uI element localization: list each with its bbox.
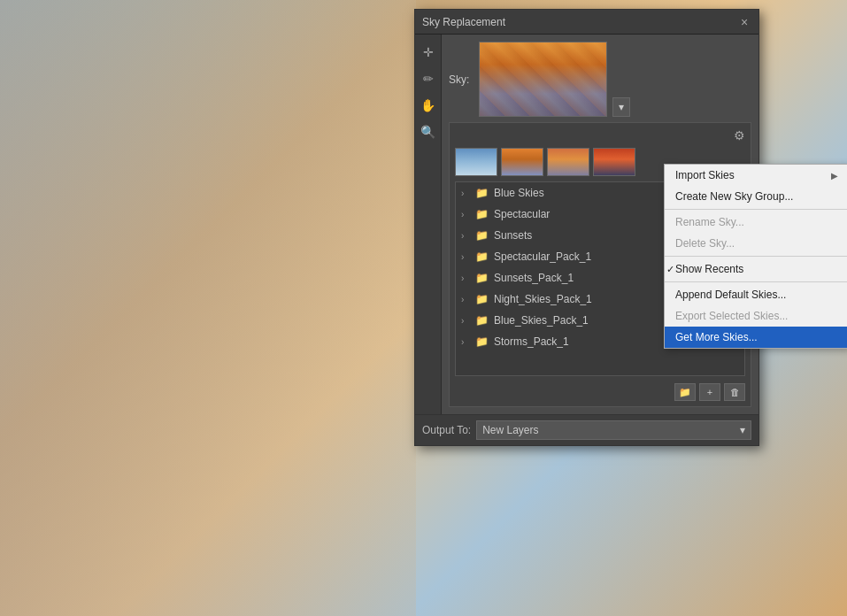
dialog-close-button[interactable]: × bbox=[737, 15, 751, 29]
group-label: Spectacular bbox=[494, 208, 550, 220]
import-skies-arrow: ▶ bbox=[831, 171, 838, 181]
folder-icon: 📁 bbox=[475, 335, 489, 348]
show-recents-label: Show Recents bbox=[675, 263, 743, 275]
export-skies-label: Export Selected Skies... bbox=[675, 310, 788, 322]
output-dropdown-arrow: ▾ bbox=[740, 424, 745, 436]
new-folder-button[interactable]: 📁 bbox=[674, 383, 696, 401]
delete-sky-label: Delete Sky... bbox=[675, 237, 735, 250]
sky-picker-footer: 📁 + 🗑 bbox=[455, 380, 745, 401]
left-toolbar: ✛ ✏ ✋ 🔍 bbox=[415, 35, 442, 414]
hand-tool-button[interactable]: ✋ bbox=[418, 95, 439, 116]
get-more-skies-label: Get More Skies... bbox=[675, 331, 758, 343]
group-label: Spectacular_Pack_1 bbox=[494, 250, 591, 263]
chevron-icon: › bbox=[461, 252, 470, 262]
folder-icon: 📁 bbox=[475, 208, 489, 220]
folder-icon: 📁 bbox=[475, 293, 489, 305]
group-label: Sunsets_Pack_1 bbox=[494, 272, 574, 284]
dialog-title: Sky Replacement bbox=[422, 16, 505, 28]
append-skies-label: Append Default Skies... bbox=[675, 289, 786, 301]
get-more-skies-item[interactable]: Get More Skies... bbox=[665, 327, 847, 348]
delete-sky-button[interactable]: 🗑 bbox=[724, 383, 745, 401]
import-skies-label: Import Skies bbox=[675, 169, 735, 181]
sky-thumbnail-2[interactable] bbox=[501, 148, 543, 176]
chevron-icon: › bbox=[461, 210, 470, 219]
sky-thumbnail-3[interactable] bbox=[547, 148, 589, 176]
brush-tool-button[interactable]: ✏ bbox=[418, 68, 439, 89]
gear-button[interactable]: ⚙ bbox=[734, 128, 745, 142]
group-label: Blue_Skies_Pack_1 bbox=[494, 314, 589, 327]
folder-icon: 📁 bbox=[475, 250, 489, 263]
folder-icon: 📁 bbox=[475, 229, 489, 242]
group-label: Night_Skies_Pack_1 bbox=[494, 293, 592, 305]
delete-sky-item: Delete Sky... bbox=[665, 233, 847, 254]
move-tool-button[interactable]: ✛ bbox=[418, 42, 439, 63]
create-sky-group-label: Create New Sky Group... bbox=[675, 190, 793, 203]
menu-separator-3 bbox=[665, 281, 847, 282]
dialog-titlebar: Sky Replacement × bbox=[415, 10, 758, 35]
zoom-tool-button[interactable]: 🔍 bbox=[418, 121, 439, 142]
sky-dropdown-button[interactable]: ▾ bbox=[612, 97, 630, 117]
sky-dropdown-arrow: ▾ bbox=[619, 101, 624, 113]
import-skies-item[interactable]: Import Skies ▶ bbox=[665, 165, 847, 186]
chevron-icon: › bbox=[461, 189, 470, 198]
sky-picker-header: ⚙ bbox=[455, 128, 745, 142]
group-label: Sunsets bbox=[494, 229, 532, 242]
output-label: Output To: bbox=[422, 424, 471, 436]
group-label: Blue Skies bbox=[494, 187, 544, 199]
add-sky-button[interactable]: + bbox=[699, 383, 720, 401]
sky-label: Sky: bbox=[449, 73, 474, 86]
rename-sky-item: Rename Sky... bbox=[665, 212, 847, 233]
group-label: Storms_Pack_1 bbox=[494, 335, 569, 348]
folder-icon: 📁 bbox=[475, 187, 489, 199]
rename-sky-label: Rename Sky... bbox=[675, 216, 744, 228]
create-sky-group-item[interactable]: Create New Sky Group... bbox=[665, 186, 847, 207]
menu-separator-1 bbox=[665, 209, 847, 210]
chevron-icon: › bbox=[461, 337, 470, 347]
folder-icon: 📁 bbox=[475, 272, 489, 284]
chevron-icon: › bbox=[461, 231, 470, 241]
append-skies-item[interactable]: Append Default Skies... bbox=[665, 284, 847, 305]
sky-row: Sky: ▾ bbox=[449, 42, 751, 117]
sky-thumbnail-1[interactable] bbox=[455, 148, 497, 176]
folder-icon: 📁 bbox=[475, 314, 489, 327]
chevron-icon: › bbox=[461, 316, 470, 326]
output-row: Output To: New Layers ▾ bbox=[415, 414, 758, 445]
output-value: New Layers bbox=[482, 424, 538, 436]
chevron-icon: › bbox=[461, 273, 470, 283]
show-recents-item[interactable]: Show Recents bbox=[665, 258, 847, 280]
sky-thumbnail-4[interactable] bbox=[593, 148, 635, 176]
export-skies-item: Export Selected Skies... bbox=[665, 305, 847, 327]
menu-separator-2 bbox=[665, 256, 847, 257]
chevron-icon: › bbox=[461, 295, 470, 304]
output-select[interactable]: New Layers ▾ bbox=[476, 420, 751, 440]
context-menu: Import Skies ▶ Create New Sky Group... R… bbox=[664, 164, 847, 349]
sky-preview[interactable] bbox=[479, 42, 607, 117]
